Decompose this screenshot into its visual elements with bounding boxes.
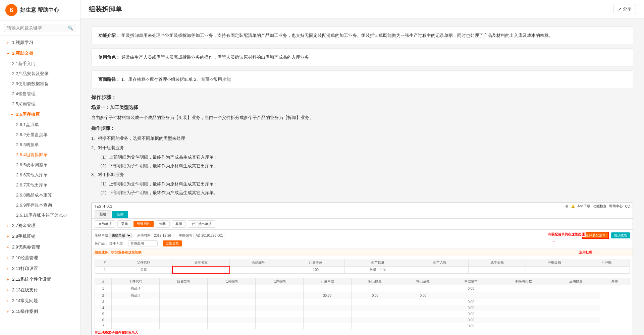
app-tab-add[interactable]: 新增 <box>112 211 128 218</box>
plus-icon-coupon: ＋ <box>5 245 10 249</box>
lt-row-1: 1 商品 1 0.00 <box>95 285 630 292</box>
role-text: 通常由生产人员或库管人员完成拆装业务的操作，库管人员确认原材料的出库和产成品的入… <box>121 55 309 60</box>
annotation-assembly-text: 组装业务、拆卸业务在这里切换 <box>95 250 142 254</box>
form-label-order: 单据编号 <box>179 233 192 238</box>
search-inner[interactable]: 🔍 <box>4 24 76 32</box>
sidebar-item-data-prep[interactable]: 2.3使用前数据准备 <box>0 79 80 89</box>
annotation-add-sub: 灵活地添加子组件在这里录入 <box>95 330 630 335</box>
sidebar-item-split-stock[interactable]: 2.6.2分量盘点单 <box>0 130 80 140</box>
annotation-assembly-bar: 组装业务、拆卸业务在这里切换 启用处理 <box>92 249 633 256</box>
select-doc-type[interactable]: 来缔单据 <box>109 233 132 238</box>
sidebar-item-cases[interactable]: ＋ 2.15操作案例 <box>0 306 80 317</box>
step-3-sub-1: （1）上部明细为父件明细，最终作为原材料生成其它出库单； <box>98 180 633 188</box>
function-intro-label: 功能介绍： <box>98 33 120 38</box>
sidebar-item-newbie[interactable]: 2.1新手入门 <box>0 59 80 69</box>
th-cost-amount: 成本金额 <box>468 259 526 267</box>
form-value-order: AD-20191226-001 <box>193 233 225 238</box>
search-icon: 🔍 <box>68 25 73 31</box>
scene-desc: 当由多个子件材料组装成一个成品的业务为【组装】业务，当由一个父件拆分成多个子产品… <box>91 113 633 122</box>
step-1: 1、根据不同的业务，选择不同单据的类型来处理 <box>91 134 633 143</box>
page-header: 组装拆卸单 ↗ 分享 <box>80 0 644 18</box>
sidebar: 6 好生意 帮助中心 🔍 ＋ 1.视频学习 － 2.帮助文档 2.1新手入门 2… <box>0 0 80 335</box>
sidebar-item-sales[interactable]: 2.4销售管理 <box>0 89 80 99</box>
btn-confirm-receipt[interactable]: 确认收货 <box>611 232 630 238</box>
sidebar-item-online-pay[interactable]: ＋ 2.13在线支付 <box>0 285 80 295</box>
sidebar-item-docs[interactable]: － 2.帮助文档 <box>0 48 80 59</box>
sidebar-item-adjust[interactable]: 2.6.3调拨单 <box>0 140 80 150</box>
lt-th-enable: 启用数量 <box>552 278 600 285</box>
form-label-type: 来缔单据 <box>95 233 108 238</box>
app-company: TEST-H002 <box>95 205 112 208</box>
td-wh-id-1 <box>230 266 287 273</box>
sidebar-item-faq[interactable]: ＋ 2.14常见问题 <box>0 295 80 306</box>
app-tab-bar: 新建 新增 <box>92 210 633 219</box>
sidebar-item-assembly[interactable]: 2.6.4组装拆卸单 <box>0 150 80 160</box>
lower-table-section: # 子件代码 品名型号 仓储编号 仓库编号 计量单位 实出数量 核出金额 单位成… <box>92 275 633 335</box>
btn-select-bom[interactable]: 选择装配清单 <box>582 232 609 239</box>
ops-steps-title: 操作步骤： <box>91 94 633 101</box>
th-unit: 计量单位 <box>287 259 344 267</box>
sidebar-item-operations[interactable]: ＋ 2.10经营管理 <box>0 253 80 263</box>
minus-icon-inventory: － <box>9 112 14 117</box>
btn-service[interactable]: 客服 <box>172 220 186 228</box>
sidebar-item-stocktake[interactable]: 2.6.1盘点单 <box>0 120 80 130</box>
sidebar-item-stock-check[interactable]: 2.6.9库存账本查询 <box>0 200 80 210</box>
btn-merge[interactable]: 合并拆出单据 <box>188 220 215 228</box>
share-button[interactable]: ↗ 分享 <box>613 4 636 14</box>
step-2: 2、对于组装业务 <box>91 144 633 152</box>
sidebar-item-inventory[interactable]: － 2.6库存核算 <box>0 109 80 120</box>
sidebar-item-finance[interactable]: ＋ 2.7资金管理 <box>0 220 80 231</box>
function-intro-text: 组装拆卸单用来处理企业组装或拆卸等加工业务，支持有固定装配清单的产品加工业务，也… <box>121 33 553 38</box>
upper-table: # 父件代码 父件名称 仓储编号 计量单位 生产数量 生产入数 成本金额 冲抵金… <box>95 259 630 274</box>
form-input-salesman[interactable]: 非维血用 <box>128 240 158 246</box>
lt-th-model: 品名型号 <box>159 278 207 285</box>
lt-row-3: 3 0.00 <box>95 299 630 305</box>
share-icon: ↗ <box>618 7 622 12</box>
app-top-bar: TEST-H002 ⚙ 🔔 App下载 功能检查 帮助中心 CC <box>92 203 633 210</box>
plus-icon-faq: ＋ <box>5 298 10 303</box>
sidebar-item-cost-recalc[interactable]: 2.6.8商品成本重算 <box>0 190 80 200</box>
th-row-num: # <box>95 259 115 267</box>
app-link-cc: CC <box>625 205 630 208</box>
lower-table: # 子件代码 品名型号 仓储编号 仓库编号 计量单位 实出数量 核出金额 单位成… <box>95 278 630 329</box>
th-parent-name: 父件名称 <box>172 259 230 267</box>
app-bell-icon: 🔔 <box>571 205 575 208</box>
search-input[interactable] <box>7 25 68 31</box>
btn-related-docs[interactable]: 来缔单据 <box>95 220 115 228</box>
sidebar-item-print[interactable]: ＋ 2.11打印设置 <box>0 263 80 274</box>
td-qty-1: 数量：4 加 <box>344 266 411 273</box>
plus-icon-finance: ＋ <box>5 223 10 228</box>
lt-th-remain: 剩余可出数 <box>495 278 552 285</box>
sidebar-item-other-out[interactable]: 2.6.7其他出库单 <box>0 180 80 190</box>
form-value-date: 2019-12-26 <box>152 233 173 238</box>
sidebar-item-other-in[interactable]: 2.6.6其他入库单 <box>0 170 80 180</box>
sidebar-item-purchase[interactable]: 2.5采购管理 <box>0 99 80 109</box>
sidebar-item-personalize[interactable]: ＋ 2.12系统个性化设置 <box>0 274 80 285</box>
btn-purchase[interactable]: 采购 <box>117 220 131 228</box>
sidebar-item-cost-adjust[interactable]: 2.6.5成本调整单 <box>0 160 80 170</box>
plus-icon-mobile: ＋ <box>5 234 10 239</box>
app-tab-new[interactable]: 新建 <box>95 210 111 218</box>
step-2-sub-1: （1）上部明细为父件明细，最终作为产成品生成其它入库单； <box>98 153 633 162</box>
lt-th-out-qty: 实出数量 <box>351 278 399 285</box>
lt-th-child-code: 子件代码 <box>112 278 160 285</box>
lt-th-wh-num: 仓库编号 <box>255 278 303 285</box>
btn-sales[interactable]: 销售 <box>156 220 170 228</box>
td-offset-1 <box>526 266 583 273</box>
annotation-bom: 有装配清单的在这里处理 <box>547 232 586 237</box>
td-parent-code-1: 关系 <box>115 266 172 273</box>
form-item-type: 来缔单据 来缔单据 <box>95 233 132 238</box>
path-text: 1、库存核算->库存管理->组装拆卸单 2、首页->常用功能 <box>121 77 231 82</box>
sidebar-item-video[interactable]: ＋ 1.视频学习 <box>0 37 80 48</box>
sidebar-item-account-error[interactable]: 2.6.10库存账本错了怎么办 <box>0 210 80 220</box>
td-produce-in-1 <box>411 266 468 273</box>
upper-table-section: # 父件代码 父件名称 仓储编号 计量单位 生产数量 生产入数 成本金额 冲抵金… <box>92 256 633 275</box>
td-cost-1 <box>468 266 526 273</box>
app-link-help: 帮助中心 <box>609 204 623 209</box>
sidebar-item-coupon[interactable]: ＋ 2.9优惠券管理 <box>0 242 80 253</box>
lt-th-unit-cost: 单位成本 <box>447 278 495 285</box>
sidebar-item-install[interactable]: 2.2产品安装及登录 <box>0 69 80 79</box>
btn-apply[interactable]: 立案发货 <box>163 240 182 246</box>
sidebar-item-mobile[interactable]: ＋ 2.8手机旺铺 <box>0 231 80 242</box>
btn-assembly[interactable]: 组装拆卸 <box>133 221 154 227</box>
